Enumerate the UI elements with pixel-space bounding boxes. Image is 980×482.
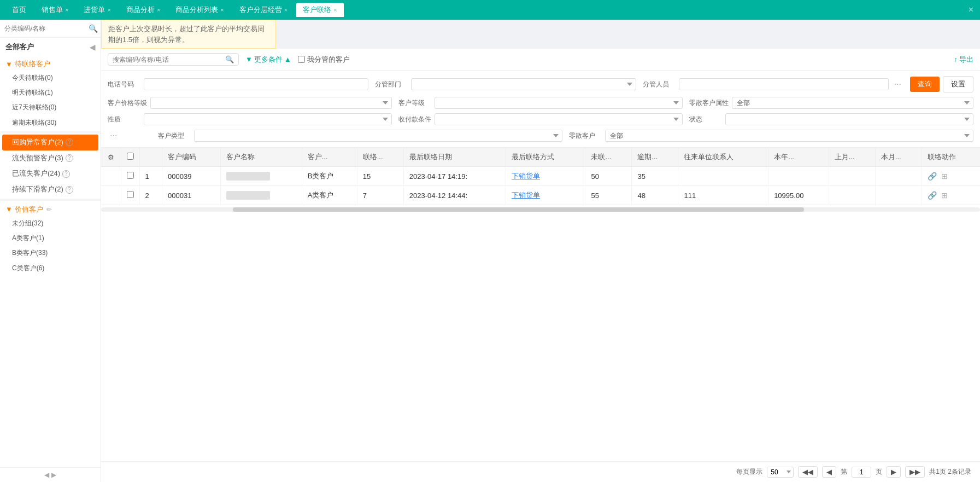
prev-page-btn[interactable]: ◀ — [822, 466, 836, 478]
sidebar-item-overdue[interactable]: 逾期未联络(30) — [0, 115, 101, 130]
nav-tab-sales[interactable]: 销售单 × — [35, 3, 75, 17]
row-checkbox[interactable] — [127, 191, 134, 198]
dept-select[interactable] — [411, 78, 636, 90]
sidebar-pending-section[interactable]: ▼ 待联络客户 — [0, 56, 101, 71]
sidebar-search-icon[interactable]: 🔍 — [89, 24, 98, 33]
sidebar-item-lostwarning[interactable]: 流失预警客户(3) ? — [0, 150, 101, 166]
my-customer-filter[interactable]: 我分管的客户 — [298, 55, 350, 65]
first-page-btn[interactable]: ◀◀ — [798, 466, 818, 478]
next-page-btn[interactable]: ▶ — [887, 466, 901, 478]
filter-phone: 电话号码 — [108, 78, 368, 90]
window-close-button[interactable]: × — [969, 5, 973, 15]
col-header-checkbox[interactable] — [121, 148, 139, 167]
filter-row-2: 客户价格等级 客户等级 零散客户属性 全部 — [108, 97, 973, 109]
filter-search-icon[interactable]: 🔍 — [225, 55, 234, 63]
sidebar-item-repurchase-abnormal[interactable]: 回购异常客户(2) ? — [2, 135, 98, 150]
nav-tab-analysis[interactable]: 商品分析 × — [120, 3, 167, 17]
collapse-icon[interactable]: ◀ — [90, 43, 95, 51]
retail-attr-label: 零散客户属性 — [689, 98, 729, 108]
sidebar-prev-btn[interactable]: ◀ — [44, 471, 49, 479]
last-contact-way-link[interactable]: 下销货单 — [512, 172, 540, 180]
row-checkbox-cell[interactable] — [121, 186, 139, 205]
my-customer-checkbox[interactable] — [298, 56, 305, 63]
sidebar-item-tomorrow[interactable]: 明天待联络(1) — [0, 85, 101, 100]
per-page-select[interactable]: 50 20 100 — [767, 467, 794, 478]
export-button[interactable]: ↑ 导出 — [954, 55, 974, 65]
action-grid-icon[interactable]: ⊞ — [941, 172, 948, 181]
sidebar-item-class-b[interactable]: B类客户(33) — [0, 246, 101, 260]
col-header-settings[interactable]: ⚙ — [101, 148, 121, 167]
row-checkbox-cell[interactable] — [121, 167, 139, 186]
filter-extra-dots[interactable]: ··· — [108, 131, 119, 141]
manager-input[interactable] — [679, 78, 889, 90]
nav-tab-customer-tier[interactable]: 客户分层经营 × — [233, 3, 294, 17]
retail-attr-select[interactable]: 全部 — [732, 97, 973, 109]
sidebar-item-7days[interactable]: 近7天待联络(0) — [0, 100, 101, 115]
horizontal-scrollbar-thumb[interactable] — [233, 207, 804, 212]
action-link-icon[interactable]: 🔗 — [928, 191, 937, 200]
per-page-label: 每页显示 — [736, 467, 762, 477]
declining-info-icon[interactable]: ? — [66, 186, 73, 194]
col-header-last-contact-date[interactable]: 最后联络日期 — [403, 148, 506, 167]
status-select[interactable] — [725, 113, 973, 125]
lost-info-icon[interactable]: ? — [62, 170, 70, 178]
nav-tab-customer-contact-label: 客户联络 — [303, 5, 331, 15]
col-header-type[interactable]: 客户... — [302, 148, 357, 167]
nature-select[interactable] — [144, 113, 392, 125]
select-all-checkbox[interactable] — [127, 153, 134, 160]
sidebar-item-ungroup[interactable]: 未分组(32) — [0, 216, 101, 231]
col-header-not-contact[interactable]: 未联... — [585, 148, 632, 167]
col-header-this-year[interactable]: 本年... — [768, 148, 829, 167]
nav-tab-customer-tier-close[interactable]: × — [284, 7, 287, 13]
sidebar-item-today[interactable]: 今天待联络(0) — [0, 71, 101, 85]
payment-select[interactable] — [435, 113, 683, 125]
nav-tab-sales-close[interactable]: × — [65, 7, 68, 13]
retail-customer-select[interactable]: 全部 — [605, 130, 973, 142]
last-contact-way-link[interactable]: 下销货单 — [512, 191, 540, 199]
col-header-code[interactable]: 客户编码 — [162, 148, 221, 167]
customer-grade-select[interactable] — [435, 97, 683, 109]
query-button[interactable]: 查询 — [910, 77, 940, 92]
horizontal-scrollbar[interactable] — [101, 207, 980, 212]
sidebar-collapse-icons[interactable]: ◀ — [90, 43, 95, 51]
action-grid-icon[interactable]: ⊞ — [941, 191, 948, 200]
value-edit-icon[interactable]: ✏ — [46, 206, 52, 213]
customer-type-select[interactable] — [194, 130, 562, 142]
nav-tab-analysis-list-close[interactable]: × — [220, 7, 224, 13]
manager-dots-btn[interactable]: ··· — [892, 79, 903, 89]
nav-tab-purchase-close[interactable]: × — [107, 7, 110, 13]
col-header-contact[interactable]: 联络... — [357, 148, 403, 167]
current-page-input[interactable] — [852, 467, 871, 478]
settings-button[interactable]: 设置 — [943, 76, 973, 92]
nav-tab-customer-contact-close[interactable]: × — [333, 7, 337, 13]
filter-top-bar: 🔍 ▼ 更多条件 ▲ 我分管的客户 ↑ 导出 — [101, 49, 980, 71]
filter-more-conditions[interactable]: ▼ 更多条件 ▲ — [245, 55, 291, 65]
price-grade-select[interactable] — [150, 97, 392, 109]
col-header-overdue[interactable]: 逾期... — [632, 148, 678, 167]
action-link-icon[interactable]: 🔗 — [928, 172, 937, 181]
col-header-last-month[interactable]: 上月... — [829, 148, 875, 167]
repurchase-info-icon[interactable]: ? — [66, 138, 73, 146]
sidebar-next-btn[interactable]: ▶ — [51, 471, 56, 479]
col-header-name[interactable]: 客户名称 — [221, 148, 302, 167]
col-header-this-month[interactable]: 本月... — [875, 148, 922, 167]
row-checkbox[interactable] — [127, 172, 134, 179]
sidebar-value-section[interactable]: ▼ 价值客户 ✏ — [0, 202, 101, 216]
lost-warning-info-icon[interactable]: ? — [66, 154, 73, 162]
nav-tab-home[interactable]: 首页 — [5, 3, 33, 17]
col-header-contact-person[interactable]: 往来单位联系人 — [678, 148, 768, 167]
sidebar-search-input[interactable] — [4, 25, 86, 32]
sidebar-item-lost[interactable]: 已流失客户(24) ? — [0, 166, 101, 182]
nav-tab-analysis-close[interactable]: × — [157, 7, 160, 13]
sidebar-item-class-c[interactable]: C类客户(6) — [0, 261, 101, 276]
col-header-last-contact-way[interactable]: 最后联络方式 — [506, 148, 585, 167]
phone-input[interactable] — [144, 78, 368, 90]
nav-tab-purchase[interactable]: 进货单 × — [77, 3, 117, 17]
filter-search-input[interactable] — [113, 56, 222, 63]
last-page-btn[interactable]: ▶▶ — [905, 466, 925, 478]
nav-tab-customer-contact[interactable]: 客户联络 × — [296, 3, 343, 17]
sidebar-item-class-a[interactable]: A类客户(1) — [0, 231, 101, 246]
sidebar-item-declining[interactable]: 持续下滑客户(2) ? — [0, 182, 101, 198]
col-header-action[interactable]: 联络动作 — [922, 148, 980, 167]
nav-tab-analysis-list[interactable]: 商品分析列表 × — [169, 3, 230, 17]
